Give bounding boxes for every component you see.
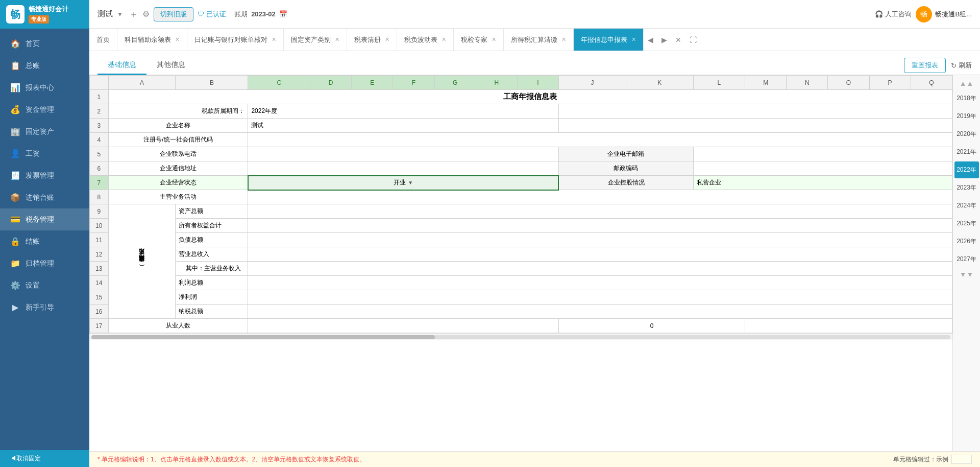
col-header-d[interactable]: D: [310, 76, 352, 90]
subtab-other[interactable]: 其他信息: [146, 56, 195, 75]
cell-17-c[interactable]: [248, 319, 559, 333]
cell-11-c[interactable]: [248, 233, 952, 247]
col-header-p[interactable]: P: [869, 76, 911, 90]
tab-asset[interactable]: 固定资产类别 ✕: [284, 29, 347, 51]
cell-9-c[interactable]: [248, 204, 952, 219]
tab-taxwave-close[interactable]: ✕: [442, 36, 446, 43]
tab-journal[interactable]: 日记账与银行对账单核对 ✕: [187, 29, 284, 51]
tab-journal-close[interactable]: ✕: [272, 36, 276, 43]
tab-incometax[interactable]: 所得税汇算清缴 ✕: [504, 29, 574, 51]
sidebar-item-purchase[interactable]: 📦 进销台账: [0, 186, 89, 208]
year-2019[interactable]: 2019年: [954, 108, 979, 125]
cell-17-j[interactable]: 0: [558, 319, 745, 333]
sheet-title-cell[interactable]: 工商年报信息表: [108, 90, 952, 104]
old-version-button[interactable]: 切到旧版: [154, 7, 193, 21]
col-header-o[interactable]: O: [828, 76, 869, 90]
reset-report-button[interactable]: 重置报表: [904, 58, 946, 73]
cell-6-c[interactable]: [248, 161, 559, 176]
year-2026[interactable]: 2026年: [954, 233, 979, 250]
sidebar-item-settings[interactable]: ⚙️ 设置: [0, 274, 89, 296]
col-header-j[interactable]: J: [558, 76, 626, 90]
refresh-button[interactable]: ↻ 刷新: [951, 61, 972, 70]
tab-taxwave[interactable]: 税负波动表 ✕: [397, 29, 454, 51]
year-2027[interactable]: 2027年: [954, 251, 979, 268]
cell-10-c[interactable]: [248, 219, 952, 233]
sidebar-item-salary[interactable]: 👤 工资: [0, 143, 89, 165]
hscroll-thumb[interactable]: [91, 335, 435, 339]
cell-13-c[interactable]: [248, 262, 952, 276]
cell-5-c[interactable]: [248, 147, 559, 161]
cell-4-c[interactable]: [248, 133, 952, 147]
tab-yearreport[interactable]: 年报信息申报表 ✕: [574, 29, 644, 51]
cell-6-l[interactable]: [693, 161, 952, 176]
cell-15-c[interactable]: [248, 290, 952, 305]
tab-taxform-close[interactable]: ✕: [385, 36, 389, 43]
col-header-g[interactable]: G: [434, 76, 476, 90]
col-header-l[interactable]: L: [693, 76, 745, 90]
year-2018[interactable]: 2018年: [954, 90, 979, 107]
tab-next-button[interactable]: ▶: [657, 29, 671, 51]
status-hint: * 单元格编辑说明：1、点击单元格直接录入数值或文本。2、清空单元格数值或文本恢…: [97, 455, 365, 464]
cell-16-c[interactable]: [248, 305, 952, 319]
tab-incometax-close[interactable]: ✕: [561, 36, 566, 43]
subtab-basic[interactable]: 基础信息: [97, 56, 146, 75]
sidebar-item-close[interactable]: 🔒 结账: [0, 230, 89, 252]
col-header-a[interactable]: A: [108, 76, 176, 90]
col-header-f[interactable]: F: [393, 76, 434, 90]
col-header-k[interactable]: K: [626, 76, 693, 90]
dropdown-arrow-icon[interactable]: ▼: [117, 11, 123, 18]
cell-14-c[interactable]: [248, 276, 952, 290]
tab-aux[interactable]: 科目辅助余额表 ✕: [117, 29, 187, 51]
dropdown-arrow-icon[interactable]: ▼: [408, 180, 413, 185]
year-2020[interactable]: 2020年: [954, 126, 979, 143]
cell-8-c[interactable]: [248, 190, 952, 204]
year-2025[interactable]: 2025年: [954, 215, 979, 232]
sidebar-item-fund[interactable]: 💰 资金管理: [0, 99, 89, 121]
tab-taxcheck-close[interactable]: ✕: [492, 36, 496, 43]
col-header-h[interactable]: H: [476, 76, 517, 90]
col-header-m[interactable]: M: [745, 76, 787, 90]
col-header-n[interactable]: N: [787, 76, 828, 90]
tab-aux-close[interactable]: ✕: [175, 36, 180, 43]
tab-prev-button[interactable]: ◀: [644, 29, 657, 51]
add-tab-button[interactable]: ＋: [129, 8, 138, 20]
consult-button[interactable]: 🎧 人工咨询: [875, 10, 912, 19]
year-2023[interactable]: 2023年: [954, 179, 979, 196]
year-2024[interactable]: 2024年: [954, 197, 979, 214]
cell-12-c[interactable]: [248, 247, 952, 262]
horizontal-scrollbar[interactable]: [89, 333, 952, 340]
sidebar-pin-button[interactable]: ◀取消固定: [0, 450, 89, 467]
sidebar-item-ledger[interactable]: 📋 总账: [0, 55, 89, 77]
cell-3-c[interactable]: 测试: [248, 119, 559, 133]
tab-yearreport-close[interactable]: ✕: [631, 36, 636, 43]
col-header-b[interactable]: B: [176, 76, 248, 90]
sidebar-item-archive[interactable]: 📁 归档管理: [0, 252, 89, 274]
year-2022[interactable]: 2022年: [954, 161, 979, 178]
year-scroll-up-button[interactable]: ▲▲: [958, 77, 976, 89]
tab-taxcheck[interactable]: 税检专家 ✕: [454, 29, 504, 51]
cell-2-c[interactable]: 2022年度: [248, 104, 559, 119]
sidebar-item-asset[interactable]: 🏢 固定资产: [0, 121, 89, 143]
settings-gear-icon[interactable]: ⚙: [142, 9, 150, 19]
col-header-c[interactable]: C: [248, 76, 310, 90]
tab-home[interactable]: 首页: [89, 29, 117, 51]
year-2021[interactable]: 2021年: [954, 144, 979, 160]
sidebar-item-report[interactable]: 📊 报表中心: [0, 77, 89, 99]
cell-7-l[interactable]: 私营企业: [693, 176, 952, 190]
sidebar-item-home[interactable]: 🏠 首页: [0, 33, 89, 55]
user-area[interactable]: 畅 畅捷通B组...: [916, 6, 972, 22]
sheet-main[interactable]: A B C D E F G H I J K L: [89, 75, 952, 451]
sidebar-item-invoice[interactable]: 🧾 发票管理: [0, 165, 89, 186]
sidebar-item-tax[interactable]: 💳 税务管理: [0, 208, 89, 230]
tab-expand-button[interactable]: ⛶: [685, 29, 701, 51]
year-scroll-down-button[interactable]: ▼▼: [958, 268, 976, 281]
col-header-e[interactable]: E: [352, 76, 393, 90]
tab-close-all-button[interactable]: ✕: [671, 29, 685, 51]
sidebar-item-guide[interactable]: ▶ 新手引导: [0, 296, 89, 318]
col-header-q[interactable]: Q: [911, 76, 952, 90]
cell-7-c-dropdown[interactable]: 开业 ▼: [248, 176, 559, 190]
tab-taxform[interactable]: 税表清册 ✕: [347, 29, 397, 51]
cell-5-l[interactable]: [693, 147, 952, 161]
col-header-i[interactable]: I: [517, 76, 558, 90]
tab-asset-close[interactable]: ✕: [335, 36, 339, 43]
